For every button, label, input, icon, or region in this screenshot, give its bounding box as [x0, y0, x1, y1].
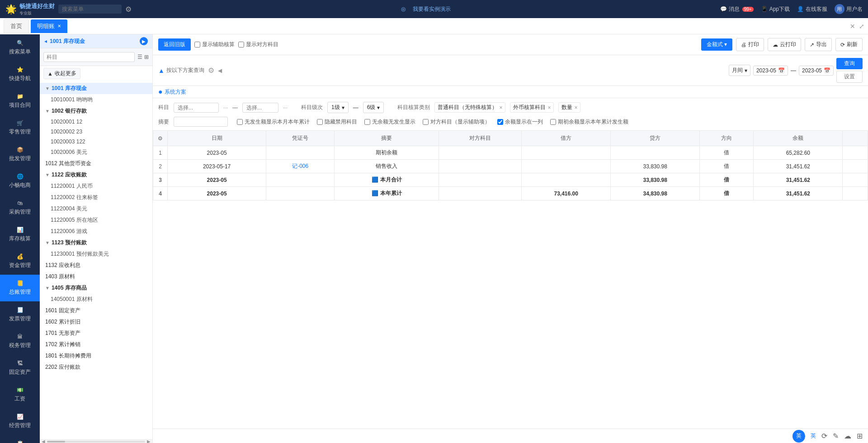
tree-item-1012[interactable]: 1012 其他货币资金: [40, 158, 152, 169]
tag1-close[interactable]: ×: [499, 105, 502, 111]
period-to-field[interactable]: 2023-05 📅: [799, 66, 834, 76]
back-old-btn[interactable]: 返回旧版: [158, 38, 191, 51]
user-item[interactable]: 用 用户名: [835, 4, 863, 14]
tree-item-1702[interactable]: 1702 累计摊销: [40, 339, 152, 350]
sidebar-item-ops[interactable]: 📈 经营管理: [0, 408, 40, 435]
sidebar-item-project[interactable]: 📁 项目合同: [0, 88, 40, 114]
tree-item-10010001[interactable]: 10010001 哟哟哟: [40, 94, 152, 105]
tab-expand-icon[interactable]: ⤢: [859, 23, 864, 30]
show-aux-checkbox[interactable]: 显示辅助核算: [194, 41, 235, 48]
more-btn[interactable]: ▲ 收起更多: [43, 68, 80, 79]
tree-item-1132[interactable]: 1132 应收利息: [40, 260, 152, 271]
sidebar-item-retail[interactable]: 🛒 零售管理: [0, 114, 40, 141]
bottom-grid-icon[interactable]: ⊞: [857, 432, 863, 440]
tab-home[interactable]: 首页: [4, 19, 29, 33]
sidebar-item-search[interactable]: 🔍 搜索菜单: [0, 34, 40, 61]
level-to-select[interactable]: 6级 ▾: [363, 102, 384, 113]
checkbox-hide-disabled[interactable]: 隐藏禁用科目: [317, 118, 357, 126]
subject-input[interactable]: [174, 103, 219, 113]
refresh-btn[interactable]: ⟳ 刷新: [835, 38, 863, 51]
settings-btn[interactable]: 设置: [836, 71, 863, 83]
sidebar-item-inventory[interactable]: 📊 库存核算: [0, 221, 40, 248]
summary-input[interactable]: [174, 117, 228, 127]
scrollbar-thumb[interactable]: [47, 441, 65, 443]
checkbox-show-year[interactable]: 期初余额显示本年累计发生额: [550, 118, 628, 126]
row2-voucher[interactable]: 记-006: [266, 160, 335, 173]
period-from-field[interactable]: 2023-05 📅: [753, 66, 788, 76]
tab-ledger[interactable]: 明细账 ✕: [31, 19, 67, 33]
tree-item-1403[interactable]: 1403 原材料: [40, 271, 152, 282]
tree-item-11220006[interactable]: 11220006 游戏: [40, 226, 152, 237]
tree-item-1002[interactable]: ▼ 1002 银行存款: [40, 105, 152, 117]
message-item[interactable]: 💬 消息 99+: [720, 5, 754, 13]
scheme-link[interactable]: 系统方案: [165, 88, 186, 96]
print-btn[interactable]: 🖨 打印: [736, 38, 764, 51]
sidebar-item-wholesale[interactable]: 📦 批发管理: [0, 141, 40, 168]
checkbox-no-balance-input[interactable]: [364, 119, 370, 125]
checkbox-no-balance[interactable]: 无余额无发生显示: [364, 118, 415, 126]
show-contra-checkbox[interactable]: 显示对方科目: [238, 41, 278, 48]
checkbox-hide-disabled-input[interactable]: [317, 119, 323, 125]
export-btn[interactable]: ↗ 导出: [805, 38, 832, 51]
checkbox-show-counter[interactable]: 对方科目（显示辅助项）: [423, 118, 490, 126]
menu-search-input[interactable]: [58, 5, 122, 14]
account-list-icon[interactable]: ☰: [137, 54, 142, 60]
sidebar-item-ecommerce[interactable]: 🌐 小畅电商: [0, 168, 40, 195]
query-btn[interactable]: 查询: [836, 58, 863, 69]
tree-item-10020002[interactable]: 10020002 23: [40, 127, 152, 137]
checkbox-show-year-input[interactable]: [550, 119, 556, 125]
tree-item-1405[interactable]: ▼ 1405 库存商品: [40, 282, 152, 294]
amount-style-btn[interactable]: 金额式 ▾: [701, 38, 732, 51]
filter-collapse-arrow[interactable]: ◀: [218, 67, 222, 74]
tag3-close[interactable]: ×: [574, 105, 577, 111]
checkbox-no-amount[interactable]: 无发生额显示本月本年累计: [237, 118, 310, 126]
tree-item-11220004[interactable]: 11220004 美元: [40, 203, 152, 214]
voucher-link-006[interactable]: 记-006: [292, 163, 308, 169]
tag2-close[interactable]: ×: [547, 105, 551, 111]
sidebar-item-finance[interactable]: 💰 资金管理: [0, 248, 40, 275]
bottom-lang-label[interactable]: 英: [811, 432, 816, 440]
scroll-left-icon[interactable]: ◀: [42, 439, 45, 443]
bottom-edit-icon[interactable]: ✎: [833, 432, 839, 440]
cloud-print-btn[interactable]: ☁ 云打印: [768, 38, 801, 51]
tab-close-icon[interactable]: ✕: [57, 24, 61, 29]
checkbox-no-amount-input[interactable]: [237, 119, 243, 125]
sidebar-item-invoice[interactable]: 🧾 发票管理: [0, 301, 40, 328]
tree-item-11220001[interactable]: 11220001 人民币: [40, 181, 152, 192]
show-contra-input[interactable]: [238, 42, 244, 48]
sidebar-item-tax[interactable]: 🏛 税务管理: [0, 328, 40, 355]
sidebar-item-salary[interactable]: 💵 工资: [0, 381, 40, 408]
app-download-item[interactable]: 📱 App下载: [761, 5, 790, 13]
tree-item-1123[interactable]: ▼ 1123 预付账款: [40, 237, 152, 248]
tree-item-1601[interactable]: 1601 固定资产: [40, 305, 152, 316]
tree-item-2202[interactable]: 2202 应付账款: [40, 362, 152, 373]
sidebar-item-ledger[interactable]: 📒 总账管理: [0, 275, 40, 301]
scroll-right-icon[interactable]: ▶: [147, 439, 151, 443]
tree-item-1701[interactable]: 1701 无形资产: [40, 328, 152, 339]
filter-settings-icon[interactable]: ⚙: [208, 66, 214, 75]
tree-item-11220002[interactable]: 11220002 往来标签: [40, 192, 152, 203]
tree-item-1602[interactable]: 1602 累计折旧: [40, 316, 152, 328]
subject-input2[interactable]: [242, 103, 278, 113]
tree-item-10020003[interactable]: 10020003 122: [40, 137, 152, 147]
checkbox-show-one-col-input[interactable]: [497, 119, 503, 125]
translate-btn[interactable]: 英: [793, 430, 805, 443]
tree-item-1122[interactable]: ▼ 1122 应收账款: [40, 169, 152, 181]
demo-link[interactable]: 我要看实例演示: [413, 5, 451, 13]
checkbox-show-one-col[interactable]: 余额显示在一列: [497, 118, 543, 126]
bottom-rotate-icon[interactable]: ⟳: [821, 432, 827, 440]
tree-item-11230001[interactable]: 11230001 预付账款美元: [40, 248, 152, 260]
table-settings-icon[interactable]: ⚙: [158, 135, 163, 142]
tree-item-1001[interactable]: ▼ 1001 库存现金: [40, 83, 152, 94]
sidebar-item-report[interactable]: 📋 小畅报销: [0, 435, 40, 443]
settings-icon[interactable]: ⚙: [125, 5, 132, 14]
period-type-select[interactable]: 月间 ▾: [729, 65, 750, 76]
tree-item-10020006[interactable]: 10020006 美元: [40, 147, 152, 158]
level-from-select[interactable]: 1级 ▾: [327, 102, 349, 113]
bottom-cloud-icon[interactable]: ☁: [844, 432, 851, 440]
account-expand-icon[interactable]: ⊞: [144, 54, 149, 60]
tree-item-1801[interactable]: 1801 长期待摊费用: [40, 350, 152, 362]
account-navigate-icon[interactable]: ▶: [140, 37, 148, 45]
checkbox-show-counter-input[interactable]: [423, 119, 429, 125]
collapse-up-icon[interactable]: ▲: [158, 67, 165, 74]
